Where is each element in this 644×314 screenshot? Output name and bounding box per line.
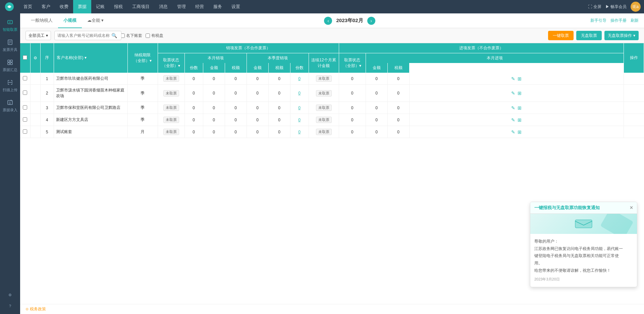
sidebar-item-scan[interactable]: 扫描上传 <box>1 76 19 95</box>
next-month-btn[interactable]: › <box>367 17 375 25</box>
nav-settings[interactable]: 设置 <box>227 0 245 13</box>
row-purchase-month-count: 0 <box>339 73 366 85</box>
prev-month-btn[interactable]: ‹ <box>324 17 332 25</box>
table-row: 5 测试账套 月 未取票 0 0 0 0 0 0 未取票 0 0 0 ✎ ⊞ <box>20 126 644 138</box>
row-checkbox[interactable] <box>20 85 30 102</box>
nav-operation[interactable]: 经营 <box>191 0 209 13</box>
row-settings <box>30 73 40 85</box>
row-customer: 新建区方方文具店 <box>54 114 127 126</box>
filter-icon[interactable]: ▾ <box>359 63 361 68</box>
filter-icon[interactable]: ▾ <box>85 55 87 60</box>
row-settings <box>30 102 40 114</box>
edit-icon[interactable]: ✎ <box>511 105 516 111</box>
nav-service[interactable]: 服务 <box>209 0 227 13</box>
row-tax-period: 季 <box>127 73 158 85</box>
row-purchase-month-tax: 0 <box>387 114 409 126</box>
row-tax-period: 季 <box>127 102 158 114</box>
employee-select[interactable]: 全部员工 ▾ <box>25 31 51 40</box>
row-sales-status: 未取票 <box>158 114 184 126</box>
tab-general-taxpayer[interactable]: 一般纳税人 <box>25 13 58 28</box>
nav-message[interactable]: 消息 <box>154 0 172 13</box>
table-row: 4 新建区方方文具店 季 未取票 0 0 0 0 0 0 未取票 0 0 0 ✎… <box>20 114 644 126</box>
edit-icon[interactable]: ✎ <box>511 76 516 81</box>
nav-business[interactable]: 工商项目 <box>127 0 154 13</box>
row-purchase-status: 未取票 <box>309 73 339 85</box>
own-account-label: 名下账套 <box>126 33 142 39</box>
nav-accounting[interactable]: 记账 <box>91 0 109 13</box>
no-disk-ticket-btn[interactable]: 无盘取票 <box>576 31 602 40</box>
edit-icon[interactable]: ✎ <box>511 90 516 96</box>
nav-tax[interactable]: 报税 <box>109 0 127 13</box>
sidebar-item-entry[interactable]: 票据录入 <box>1 97 19 115</box>
nav-home[interactable]: 首页 <box>19 0 37 13</box>
notification-line3: 用。 <box>534 260 633 267</box>
svg-rect-5 <box>10 60 12 62</box>
row-tax-period: 季 <box>127 85 158 102</box>
fullscreen-btn[interactable]: ⛶ 全屏 <box>588 4 601 10</box>
row-checkbox[interactable] <box>20 73 30 85</box>
th-purchase-month-tax: 税额 <box>387 63 409 73</box>
row-checkbox[interactable] <box>20 102 30 114</box>
row-checkbox[interactable] <box>20 114 30 126</box>
sidebar-item-summary[interactable]: 票据汇总 <box>1 56 19 75</box>
th-purchase-month-amount: 金额 <box>366 63 387 73</box>
one-key-ticket-btn[interactable]: 一键取票 <box>548 31 574 40</box>
manual-btn[interactable]: 操作手册 <box>610 18 627 23</box>
detail-icon[interactable]: ⊞ <box>517 105 522 111</box>
toolbar: 全部员工 ▾ 🔍 名下账套 有税盘 一键取票 无盘取票 无盘取票操作 ▾ <box>20 28 644 43</box>
filter-has-disk[interactable]: 有税盘 <box>146 33 163 39</box>
no-disk-operation-btn[interactable]: 无盘取票操作 ▾ <box>604 31 639 40</box>
filter-own-account[interactable]: 名下账套 <box>120 33 142 39</box>
search-button[interactable]: 🔍 <box>111 33 117 38</box>
detail-icon[interactable]: ⊞ <box>517 76 522 81</box>
filter-icon[interactable]: ▾ <box>150 58 152 63</box>
detail-icon[interactable]: ⊞ <box>517 129 522 135</box>
detail-icon[interactable]: ⊞ <box>517 90 522 96</box>
nav-right: ⛶ 全屏 ▶ 畅享会员 tEa <box>588 2 641 12</box>
sidebar-item-issue-invoice[interactable]: 发票开具 <box>1 36 19 55</box>
new-guide-btn[interactable]: 新手引导 <box>590 18 606 23</box>
nav-management[interactable]: 管理 <box>172 0 191 13</box>
th-purchase-status: 取票状态（全部）▾ <box>339 53 366 73</box>
sidebar-item-help[interactable]: ? <box>1 301 19 311</box>
row-purchase-month-amount: 0 <box>366 102 387 114</box>
sidebar-item-smart-ticket[interactable]: 智能取票 <box>1 16 19 35</box>
tax-policy-link[interactable]: ⊙ 税务政策 <box>25 306 46 312</box>
row-sales-quarter-tax: 0 <box>268 102 290 114</box>
gear-icon[interactable]: ⚙ <box>34 56 37 60</box>
nav-customer[interactable]: 客户 <box>37 0 55 13</box>
sidebar-item-settings[interactable]: ⚙ <box>1 290 19 300</box>
detail-icon[interactable]: ⊞ <box>517 117 522 123</box>
row-sales-month-tax: 0 <box>225 114 247 126</box>
has-disk-checkbox[interactable] <box>146 34 150 38</box>
tab-all[interactable]: ☁ 全能 ▾ <box>82 13 109 28</box>
nav-invoice[interactable]: 票据 <box>73 0 91 13</box>
refresh-btn[interactable]: 刷新 <box>631 18 639 23</box>
row-sales-quarter-tax: 0 <box>268 114 290 126</box>
row-sales-month-tax: 0 <box>225 102 247 114</box>
top-nav: 首页 客户 收费 票据 记账 报税 工商项目 消息 管理 经营 服务 设置 ⛶ … <box>0 0 644 13</box>
nav-fee[interactable]: 收费 <box>55 0 73 13</box>
row-sales-status: 未取票 <box>158 73 184 85</box>
table-row: 1 卫辉市玖玖健合医药有限公司 季 未取票 0 0 0 0 0 0 未取票 0 … <box>20 73 644 85</box>
row-checkbox[interactable] <box>20 126 30 138</box>
edit-icon[interactable]: ✎ <box>511 117 516 123</box>
help-icon: ? <box>9 304 11 308</box>
th-sales-quarter-tax: 税额 <box>268 63 290 73</box>
select-all-checkbox[interactable] <box>23 55 27 60</box>
tab-label: 全能 <box>92 17 100 23</box>
tab-small-scale[interactable]: 小规模 <box>58 13 82 28</box>
scan-icon <box>7 79 13 86</box>
user-avatar[interactable]: tEa <box>631 2 641 12</box>
row-sales-month-amount: 0 <box>203 85 225 102</box>
edit-icon[interactable]: ✎ <box>511 129 516 135</box>
notification-line2: 键登陆电子税务局与无盘取票相关功能可正常使 <box>534 252 633 260</box>
cloud-icon: ☁ <box>87 18 92 23</box>
filter-icon[interactable]: ▾ <box>178 63 180 68</box>
member-btn[interactable]: ▶ 畅享会员 <box>605 4 627 10</box>
svg-rect-7 <box>10 63 12 65</box>
row-purchase-month-amount: 0 <box>366 114 387 126</box>
row-tax-period: 季 <box>127 114 158 126</box>
notification-close-btn[interactable]: × <box>630 205 633 211</box>
row-sales-quarter-tax: 0 <box>268 73 290 85</box>
